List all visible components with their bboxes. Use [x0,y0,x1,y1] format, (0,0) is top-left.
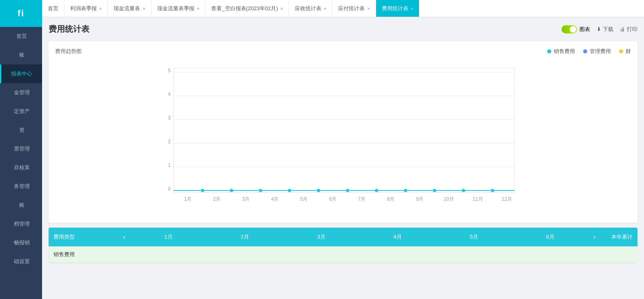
legend-admin-dot [583,49,587,53]
svg-text:10月: 10月 [443,196,454,202]
svg-text:12月: 12月 [501,196,512,202]
chart-title: 费用趋势图 [55,48,82,55]
td-sales-type: 销售费用 [49,251,130,258]
svg-text:11月: 11月 [472,196,483,202]
chart-point [404,189,407,192]
sidebar-item-reports[interactable]: 报表中心 [0,64,42,83]
th-month-1-label: 1月 [164,233,172,241]
chart-svg: 0 1 2 3 4 5 [55,60,631,215]
download-icon: ⬇ [597,26,601,32]
print-button[interactable]: 🖨 打印 [620,26,637,33]
svg-text:1: 1 [168,162,171,168]
sidebar-item-service[interactable]: 务管理 [0,177,42,196]
chart-toggle-wrapper[interactable]: 图表 [562,25,590,33]
th-month-5: 5月 [436,233,512,241]
sidebar-item-archive[interactable]: 档管理 [0,215,42,233]
prev-arrow[interactable]: ‹ [123,233,125,241]
th-month-3: 3月 [283,233,359,241]
tab-cashflow[interactable]: 现金流量表 × [108,0,151,17]
table-header: 费用类型 ‹ 1月 2月 3月 4月 5月 [49,228,637,246]
page-actions: 图表 ⬇ 下载 🖨 打印 [562,25,637,33]
legend-sales-dot [547,49,551,53]
tab-profit[interactable]: 利润表季报 × [65,0,108,17]
legend-sales-label: 销售费用 [554,48,575,55]
print-icon: 🖨 [620,26,625,32]
tab-home[interactable]: 首页 [42,0,65,17]
svg-text:5月: 5月 [300,196,308,202]
svg-text:6月: 6月 [329,196,337,202]
tab-receivable-label: 应收统计表 [295,5,321,12]
tab-blank-report-label: 查看_空白报表(2023年02月) [211,5,278,12]
tab-receivable[interactable]: 应收统计表 × [289,0,332,17]
chart-point [201,189,204,192]
tab-blank-report[interactable]: 查看_空白报表(2023年02月) × [205,0,289,17]
tab-cashflow-label: 现金流量表 [114,5,140,12]
chart-point [230,189,233,192]
download-label: 下载 [603,26,613,33]
chart-header: 费用趋势图 销售费用 管理费用 财 [55,48,631,55]
th-month-2-label: 2月 [241,233,249,241]
tab-cashflow-close[interactable]: × [143,6,145,11]
sidebar-item-account[interactable]: 账 [0,196,42,215]
sidebar-logo: fi [0,0,42,27]
tab-payable-label: 应付统计表 [338,5,365,12]
page-header: 费用统计表 图表 ⬇ 下载 🖨 打印 [49,24,637,35]
th-month-4: 4月 [359,233,436,241]
th-month-6: 6月 [512,233,588,241]
tab-cashflow-q-close[interactable]: × [197,6,199,11]
sidebar-item-assets[interactable]: 定资产 [0,102,42,121]
svg-text:5: 5 [168,68,171,73]
chart-point [288,189,291,192]
chart-point [462,189,465,192]
tab-receivable-close[interactable]: × [324,6,326,11]
tab-payable[interactable]: 应付统计表 × [332,0,376,17]
tab-profit-label: 利润表季报 [70,5,97,12]
chart-point [259,189,262,192]
th-month-2: 2月 [207,233,283,241]
chart-legend: 销售费用 管理费用 财 [547,48,631,55]
svg-text:9月: 9月 [416,196,424,202]
th-month-1: 1月 [130,233,207,241]
sidebar: fi 首页 账 报表中心 金管理 定资产 资 票管理 存核算 务管理 账 档管理… [0,0,42,299]
sidebar-item-inventory[interactable]: 存核算 [0,158,42,177]
svg-text:3: 3 [168,115,171,121]
sidebar-item-investment[interactable]: 资 [0,121,42,140]
legend-finance-label: 财 [626,48,631,55]
th-total-label: 本年累计 [611,233,633,241]
chart-point [317,189,320,192]
chart-toggle-label: 图表 [579,26,590,33]
tab-expense-stats-close[interactable]: × [411,6,413,11]
tab-expense-stats-label: 费用统计表 [382,5,408,12]
th-type-label: 费用类型 [53,233,75,241]
chart-point [346,189,349,192]
th-type: 费用类型 ‹ [49,233,130,241]
tab-profit-close[interactable]: × [99,6,102,11]
sidebar-item-expense[interactable]: 畅报销 [0,233,42,252]
chart-point [433,189,436,192]
legend-finance-dot [619,49,623,53]
sidebar-item-ledger[interactable]: 账 [0,46,42,64]
sidebar-item-cash[interactable]: 金管理 [0,83,42,102]
sidebar-item-settings[interactable]: 础设置 [0,252,42,271]
th-total: › 本年累计 [588,233,637,241]
th-month-4-label: 4月 [393,233,401,241]
tab-cashflow-q[interactable]: 现金流量表季报 × [152,0,205,17]
chart-point [375,189,378,192]
sidebar-item-tickets[interactable]: 票管理 [0,140,42,158]
chart-svg-wrapper: 0 1 2 3 4 5 [55,60,631,216]
tab-expense-stats[interactable]: 费用统计表 × [376,0,419,17]
th-month-3-label: 3月 [317,233,325,241]
chart-card: 费用趋势图 销售费用 管理费用 财 [49,41,637,223]
next-arrow[interactable]: › [593,233,595,241]
chart-toggle[interactable] [562,25,577,33]
tab-payable-close[interactable]: × [367,6,370,11]
content-area: 费用统计表 图表 ⬇ 下载 🖨 打印 费用趋势图 [42,17,644,299]
main-area: 首页 利润表季报 × 现金流量表 × 现金流量表季报 × 查看_空白报表(202… [42,0,644,299]
svg-text:4月: 4月 [271,196,279,202]
tab-blank-report-close[interactable]: × [281,6,283,11]
page-title: 费用统计表 [49,24,89,35]
download-button[interactable]: ⬇ 下载 [597,26,613,33]
th-month-5-label: 5月 [470,233,478,241]
svg-text:2月: 2月 [213,196,221,202]
sidebar-item-home[interactable]: 首页 [0,27,42,46]
